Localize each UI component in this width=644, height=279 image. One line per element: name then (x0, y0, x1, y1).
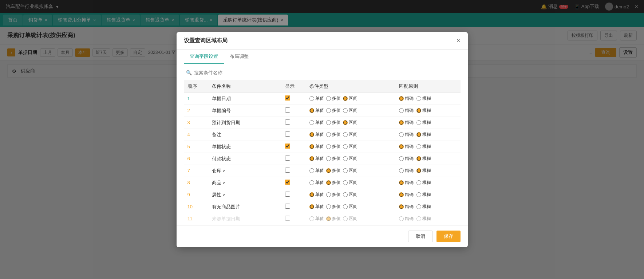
dialog-tab-layout[interactable]: 布局调整 (224, 50, 254, 64)
row-order: 3 (184, 117, 208, 129)
match-radio-模糊[interactable] (416, 216, 421, 221)
match-radio-模糊[interactable] (416, 156, 421, 161)
type-radio-多值[interactable] (326, 216, 331, 221)
match-radio-精确[interactable] (399, 120, 404, 125)
match-radio-模糊[interactable] (416, 180, 421, 185)
type-radio-单值[interactable] (309, 204, 314, 209)
type-radio-区间[interactable] (343, 192, 348, 197)
row-name: 商品 ∨ (208, 177, 281, 189)
match-radio-模糊[interactable] (416, 144, 421, 149)
display-checkbox[interactable] (285, 131, 290, 137)
match-radio-精确[interactable] (399, 192, 404, 197)
row-type: 单值多值区间 (306, 153, 395, 165)
type-radio-多值[interactable] (326, 156, 331, 161)
match-radio-模糊[interactable] (416, 132, 421, 137)
match-radio-精确[interactable] (399, 168, 404, 173)
match-radio-精确[interactable] (399, 156, 404, 161)
dialog-close-btn[interactable]: × (457, 37, 461, 44)
match-radio-模糊[interactable] (416, 168, 421, 173)
type-radio-多值[interactable] (326, 96, 331, 101)
type-radio-单值[interactable] (309, 120, 314, 125)
type-radio-单值[interactable] (309, 132, 314, 137)
row-order: 5 (184, 141, 208, 153)
match-radio-模糊[interactable] (416, 204, 421, 209)
type-radio-区间[interactable] (343, 108, 348, 113)
row-match: 精确模糊 (395, 141, 461, 153)
type-radio-多值[interactable] (326, 108, 331, 113)
type-radio-多值[interactable] (326, 120, 331, 125)
row-match: 精确模糊 (395, 165, 461, 177)
row-order: 11 (184, 213, 208, 225)
match-radio-精确[interactable] (399, 132, 404, 137)
display-checkbox[interactable] (285, 107, 290, 113)
match-radio-模糊[interactable] (416, 120, 421, 125)
type-radio-单值[interactable] (309, 216, 314, 221)
display-checkbox[interactable] (285, 204, 290, 209)
type-radio-区间[interactable] (343, 156, 348, 161)
type-radio-多值[interactable] (326, 204, 331, 209)
type-radio-多值[interactable] (326, 132, 331, 137)
type-radio-区间[interactable] (343, 180, 348, 185)
type-radio-单值[interactable] (309, 144, 314, 149)
type-radio-区间[interactable] (343, 216, 348, 221)
type-radio-区间[interactable] (343, 132, 348, 137)
match-radio-精确[interactable] (399, 144, 404, 149)
display-checkbox[interactable] (285, 119, 290, 125)
search-icon: 🔍 (186, 70, 192, 75)
row-match: 精确模糊 (395, 117, 461, 129)
match-radio-精确[interactable] (399, 180, 404, 185)
row-display (281, 165, 306, 177)
type-radio-区间[interactable] (343, 96, 348, 101)
row-match: 精确模糊 (395, 189, 461, 201)
type-radio-区间[interactable] (343, 168, 348, 173)
save-button[interactable]: 保存 (436, 231, 461, 242)
type-radio-单值[interactable] (309, 168, 314, 173)
display-checkbox[interactable] (285, 168, 290, 173)
match-radio-精确[interactable] (399, 216, 404, 221)
row-display (281, 153, 306, 165)
match-radio-精确[interactable] (399, 108, 404, 113)
type-radio-单值[interactable] (309, 192, 314, 197)
row-name: 有无商品图片 (208, 201, 281, 213)
type-radio-多值[interactable] (326, 168, 331, 173)
row-match: 精确模糊 (395, 177, 461, 189)
type-radio-多值[interactable] (326, 144, 331, 149)
type-radio-单值[interactable] (309, 156, 314, 161)
table-row: 2单据编号单值多值区间精确模糊 (184, 105, 461, 117)
type-radio-单值[interactable] (309, 180, 314, 185)
cancel-button[interactable]: 取消 (408, 231, 433, 242)
display-checkbox[interactable] (285, 180, 290, 185)
search-input-wrap: 🔍 (184, 68, 257, 77)
match-radio-模糊[interactable] (416, 108, 421, 113)
row-name: 备注 (208, 129, 281, 141)
row-match: 精确模糊 (395, 153, 461, 165)
row-name: 属性 ∨ (208, 189, 281, 201)
table-row: 11来源单据日期单值多值区间精确模糊 (184, 213, 461, 225)
match-radio-精确[interactable] (399, 96, 404, 101)
row-type: 单值多值区间 (306, 129, 395, 141)
type-radio-区间[interactable] (343, 204, 348, 209)
table-row: 3预计到货日期单值多值区间精确模糊 (184, 117, 461, 129)
table-row: 4备注单值多值区间精确模糊 (184, 129, 461, 141)
row-type: 单值多值区间 (306, 105, 395, 117)
type-radio-区间[interactable] (343, 144, 348, 149)
match-radio-精确[interactable] (399, 204, 404, 209)
display-checkbox[interactable] (285, 192, 290, 197)
display-checkbox[interactable] (285, 156, 290, 161)
type-radio-多值[interactable] (326, 192, 331, 197)
search-input[interactable] (194, 70, 252, 75)
type-radio-单值[interactable] (309, 96, 314, 101)
type-radio-区间[interactable] (343, 120, 348, 125)
display-checkbox[interactable] (285, 144, 290, 149)
display-checkbox[interactable] (285, 216, 290, 221)
dialog-tab-fields[interactable]: 查询字段设置 (184, 50, 224, 64)
match-radio-模糊[interactable] (416, 192, 421, 197)
row-order: 8 (184, 177, 208, 189)
match-radio-模糊[interactable] (416, 96, 421, 101)
display-checkbox[interactable] (285, 95, 290, 101)
row-order: 6 (184, 153, 208, 165)
table-row: 9属性 ∨单值多值区间精确模糊 (184, 189, 461, 201)
type-radio-单值[interactable] (309, 108, 314, 113)
row-type: 单值多值区间 (306, 213, 395, 225)
type-radio-多值[interactable] (326, 180, 331, 185)
